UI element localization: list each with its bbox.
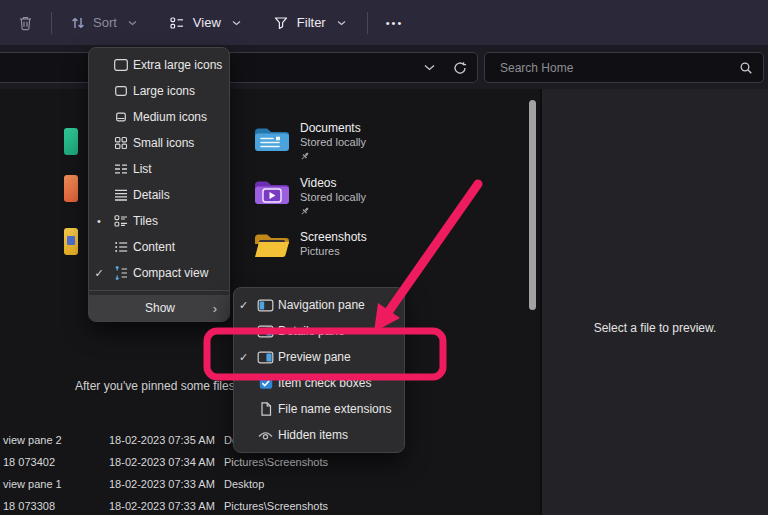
file-location: Pictures\Screenshots bbox=[224, 500, 328, 512]
quick-access-item-subtitle: Pictures bbox=[300, 245, 340, 257]
quick-access-item-name[interactable]: Videos bbox=[300, 176, 336, 190]
vertical-scrollbar[interactable] bbox=[529, 100, 536, 310]
search-icon[interactable] bbox=[739, 61, 753, 75]
file-date: 18-02-2023 07:35 AM bbox=[109, 434, 215, 446]
navigation-pane-icon bbox=[253, 298, 278, 313]
extra-large-icons-icon bbox=[109, 57, 133, 73]
view-dropdown-menu: Extra large icons Large icons Medium ico… bbox=[88, 47, 230, 322]
file-name: view pane 1 bbox=[3, 478, 62, 490]
folder-stub-green bbox=[64, 128, 78, 155]
submenu-item-hidden-items[interactable]: Hidden items bbox=[234, 422, 404, 448]
preview-pane: Select a file to preview. bbox=[540, 89, 768, 515]
quick-access-item-name[interactable]: Documents bbox=[300, 121, 361, 135]
menu-separator bbox=[89, 290, 229, 291]
file-name: 18 073308 bbox=[3, 500, 55, 512]
command-bar: Sort View Filter bbox=[0, 0, 768, 45]
item-check-boxes-icon bbox=[253, 376, 278, 391]
file-row[interactable]: 18 073402 18-02-2023 07:34 AM Pictures\S… bbox=[0, 456, 540, 472]
menu-item-large-icons[interactable]: Large icons bbox=[89, 78, 229, 104]
menu-item-list[interactable]: List bbox=[89, 156, 229, 182]
address-bar[interactable] bbox=[0, 52, 478, 83]
menu-item-medium-icons[interactable]: Medium icons bbox=[89, 104, 229, 130]
quick-access-item-name[interactable]: Screenshots bbox=[300, 230, 367, 244]
view-icon bbox=[169, 14, 186, 31]
file-row[interactable]: view pane 1 18-02-2023 07:33 AM Desktop bbox=[0, 478, 540, 494]
details-icon bbox=[109, 187, 133, 203]
file-date: 18-02-2023 07:33 AM bbox=[109, 478, 215, 490]
file-location: Pictures\Screenshots bbox=[224, 456, 328, 468]
menu-item-compact-view[interactable]: ✓ Compact view bbox=[89, 260, 229, 286]
menu-item-details[interactable]: Details bbox=[89, 182, 229, 208]
chevron-down-icon bbox=[333, 14, 350, 31]
submenu-chevron-icon: › bbox=[213, 301, 217, 316]
screenshots-folder-icon[interactable] bbox=[253, 229, 291, 259]
search-input[interactable] bbox=[498, 60, 739, 76]
file-date: 18-02-2023 07:34 AM bbox=[109, 456, 215, 468]
preview-pane-icon bbox=[253, 350, 278, 365]
chevron-down-icon bbox=[124, 14, 141, 31]
file-explorer-window: Sort View Filter bbox=[0, 0, 768, 515]
medium-icons-icon bbox=[109, 109, 133, 125]
toolbar-separator bbox=[51, 12, 52, 34]
refresh-icon[interactable] bbox=[453, 61, 467, 75]
menu-item-show[interactable]: Show › bbox=[89, 295, 229, 321]
details-pane-icon bbox=[253, 324, 278, 339]
pin-icon bbox=[300, 151, 310, 161]
documents-folder-icon[interactable] bbox=[253, 123, 291, 153]
trash-icon bbox=[17, 14, 34, 31]
submenu-item-details-pane[interactable]: Details pane bbox=[234, 318, 404, 344]
submenu-item-file-name-extensions[interactable]: File name extensions bbox=[234, 396, 404, 422]
file-name-extensions-icon bbox=[253, 401, 278, 417]
large-icons-icon bbox=[109, 83, 133, 99]
videos-folder-icon[interactable] bbox=[253, 176, 291, 206]
file-name: 18 073402 bbox=[3, 456, 55, 468]
view-button[interactable]: View bbox=[160, 8, 254, 37]
submenu-item-preview-pane[interactable]: ✓ Preview pane bbox=[234, 344, 404, 370]
file-row[interactable]: 18 073308 18-02-2023 07:33 AM Pictures\S… bbox=[0, 500, 540, 515]
hidden-items-eye-icon bbox=[253, 428, 278, 442]
folder-stub-orange bbox=[64, 175, 78, 202]
sort-button[interactable]: Sort bbox=[60, 8, 150, 37]
check-icon: ✓ bbox=[234, 299, 253, 312]
search-box[interactable] bbox=[484, 52, 764, 83]
menu-item-small-icons[interactable]: Small icons bbox=[89, 130, 229, 156]
filter-button[interactable]: Filter bbox=[264, 8, 359, 37]
file-location: Desktop bbox=[224, 478, 264, 490]
pin-icon bbox=[300, 206, 310, 216]
filter-label: Filter bbox=[297, 15, 326, 30]
list-icon bbox=[109, 161, 133, 177]
submenu-item-navigation-pane[interactable]: ✓ Navigation pane bbox=[234, 292, 404, 318]
toolbar-separator bbox=[367, 12, 368, 34]
file-date: 18-02-2023 07:33 AM bbox=[109, 500, 215, 512]
delete-button[interactable] bbox=[8, 8, 43, 37]
filter-funnel-icon bbox=[273, 14, 290, 31]
folder-stub-yellow bbox=[64, 228, 78, 255]
content-icon bbox=[109, 239, 133, 255]
compact-view-icon bbox=[109, 265, 133, 281]
quick-access-item-subtitle: Stored locally bbox=[300, 136, 366, 148]
menu-item-extra-large-icons[interactable]: Extra large icons bbox=[89, 52, 229, 78]
view-label: View bbox=[193, 15, 221, 30]
small-icons-icon bbox=[109, 135, 133, 151]
preview-message: Select a file to preview. bbox=[542, 321, 768, 335]
sort-arrows-icon bbox=[69, 14, 86, 31]
chevron-down-icon bbox=[228, 14, 245, 31]
more-options-button[interactable]: ••• bbox=[376, 11, 414, 35]
menu-item-content[interactable]: Content bbox=[89, 234, 229, 260]
show-submenu: ✓ Navigation pane Details pane ✓ Preview… bbox=[233, 287, 405, 453]
file-name: view pane 2 bbox=[3, 434, 62, 446]
address-dropdown-chevron-icon[interactable] bbox=[424, 64, 435, 71]
tiles-icon bbox=[109, 213, 133, 229]
selected-bullet: • bbox=[89, 215, 109, 227]
sort-label: Sort bbox=[93, 15, 117, 30]
check-icon: ✓ bbox=[234, 351, 253, 364]
check-icon: ✓ bbox=[89, 267, 109, 280]
menu-item-tiles[interactable]: • Tiles bbox=[89, 208, 229, 234]
submenu-item-item-check-boxes[interactable]: Item check boxes bbox=[234, 370, 404, 396]
quick-access-item-subtitle: Stored locally bbox=[300, 191, 366, 203]
